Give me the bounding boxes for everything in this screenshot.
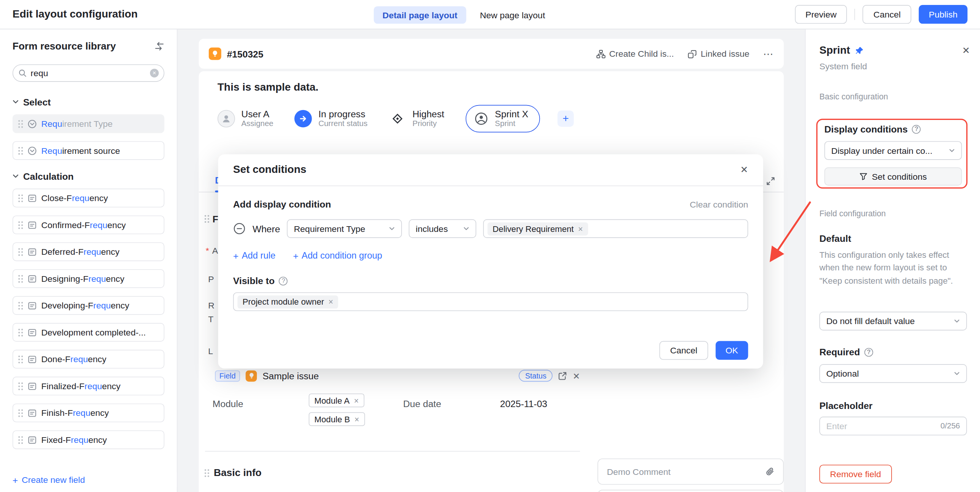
placeholder-input[interactable]	[826, 421, 937, 431]
module-tag[interactable]: Module A×	[309, 393, 364, 407]
comment-input[interactable]: Demo Comment	[597, 458, 784, 485]
calculation-field-icon	[27, 381, 37, 391]
basic-configuration-section-label: Basic configuration	[819, 92, 888, 101]
library-field-item[interactable]: Deferred-Frequency	[13, 242, 165, 261]
remove-tag-icon[interactable]: ×	[578, 225, 583, 233]
library-field-item[interactable]: Designing-Frequency	[13, 269, 165, 288]
visible-to-tag: Project module owner×	[237, 295, 338, 308]
pin-icon[interactable]	[855, 46, 864, 55]
expand-icon[interactable]	[766, 177, 775, 185]
clear-search-icon[interactable]: ×	[150, 69, 159, 77]
chevron-down-icon	[389, 225, 395, 232]
remove-field-button[interactable]: Remove field	[819, 465, 892, 483]
modal-cancel-button[interactable]: Cancel	[660, 341, 708, 360]
section-calculation[interactable]: Calculation	[0, 170, 177, 182]
sample-data-title: This is sample data.	[218, 81, 319, 94]
calculation-field-icon	[27, 247, 37, 257]
drag-handle-icon	[18, 194, 23, 202]
add-condition-group-link[interactable]: +Add condition group	[293, 251, 382, 260]
publish-button[interactable]: Publish	[919, 5, 967, 24]
condition-value-tag: Delivery Requirement×	[488, 222, 588, 235]
linked-issue-button[interactable]: Linked issue	[688, 49, 749, 59]
plus-icon: +	[233, 251, 239, 260]
library-field-item[interactable]: Requirement source	[13, 141, 165, 160]
form-label-fragment: L	[208, 346, 213, 356]
library-field-item[interactable]: Confirmed-Frequency	[13, 216, 165, 234]
create-new-field-link[interactable]: + Create new field	[0, 472, 177, 487]
remove-condition-icon[interactable]	[233, 222, 246, 235]
add-field-chip-button[interactable]: +	[557, 110, 574, 127]
assignee-chip[interactable]: User AAssignee	[218, 109, 274, 128]
library-field-item[interactable]: Done-Frequency	[13, 350, 165, 369]
chevron-down-icon	[13, 99, 19, 105]
field-config-panel: Sprint ✕ System field Basic configuratio…	[805, 29, 980, 492]
create-child-issue-button[interactable]: Create Child is...	[596, 49, 674, 59]
layout-tabs: Detail page layout New page layout	[374, 0, 554, 29]
library-field-item[interactable]: Finalized-Frequency	[13, 377, 165, 395]
condition-value-input[interactable]: Delivery Requirement×	[483, 219, 748, 238]
cancel-button[interactable]: Cancel	[863, 5, 911, 24]
condition-operator-select[interactable]: includes	[409, 219, 476, 238]
help-icon[interactable]: ?	[865, 348, 873, 356]
default-value-select[interactable]: Do not fill default value	[819, 312, 967, 331]
preview-button[interactable]: Preview	[795, 5, 847, 24]
modal-close-icon[interactable]: ✕	[740, 164, 748, 176]
drag-handle-icon	[18, 275, 23, 283]
module-tags: Module A× Module B×	[309, 393, 365, 426]
library-field-item[interactable]: Fixed-Frequency	[13, 430, 165, 449]
drag-handle-icon	[18, 355, 23, 363]
required-select[interactable]: Optional	[819, 364, 967, 383]
plus-icon: +	[293, 251, 298, 260]
library-field-item[interactable]: Developing-Frequency	[13, 296, 165, 315]
sprint-chip-selected[interactable]: Sprint XSprint	[466, 105, 540, 133]
chevron-down-icon	[949, 147, 955, 153]
collapse-library-icon[interactable]	[154, 41, 164, 51]
sample-issue-title[interactable]: Sample issue	[263, 371, 319, 381]
status-pill[interactable]: Status	[519, 370, 553, 382]
filter-funnel-icon	[859, 173, 867, 181]
attachment-paperclip-icon[interactable]	[765, 467, 774, 476]
form-resource-library-panel: Form resource library × Select Requireme…	[0, 29, 178, 492]
required-asterisk: *	[206, 246, 209, 256]
library-field-item[interactable]: Close-Frequency	[13, 188, 165, 207]
more-actions-icon[interactable]: ⋯	[763, 48, 774, 59]
set-conditions-button[interactable]: Set conditions	[825, 168, 962, 186]
priority-chip[interactable]: HighestPriority	[389, 109, 444, 128]
add-display-condition-label: Add display condition	[233, 199, 331, 209]
where-label: Where	[253, 223, 280, 234]
display-conditions-select[interactable]: Display under certain co...	[825, 141, 962, 160]
clear-condition-link[interactable]: Clear condition	[690, 199, 748, 209]
module-tag[interactable]: Module B×	[309, 412, 365, 426]
linked-issue-icon	[688, 49, 697, 59]
library-field-item[interactable]: Requirement Type	[13, 114, 165, 133]
modal-ok-button[interactable]: OK	[716, 341, 748, 360]
sample-issue-row: Field Sample issue Status ✕	[215, 370, 580, 382]
panel-close-icon[interactable]: ✕	[962, 45, 970, 56]
condition-field-select[interactable]: Requirement Type	[287, 219, 402, 238]
edit-layout-configuration-app: Edit layout configuration Detail page la…	[0, 0, 980, 492]
section-select[interactable]: Select	[0, 96, 177, 108]
section-divider	[205, 451, 580, 452]
help-icon[interactable]: ?	[912, 125, 921, 133]
remove-tag-icon[interactable]: ×	[354, 396, 359, 404]
tab-detail-page-layout[interactable]: Detail page layout	[374, 6, 466, 24]
current-status-chip[interactable]: In progressCurrent status	[295, 109, 367, 128]
status-arrow-icon	[295, 110, 312, 128]
issue-type-icon	[246, 370, 257, 382]
help-icon[interactable]: ?	[279, 276, 288, 285]
open-in-new-icon[interactable]	[558, 371, 567, 380]
remove-linked-issue-icon[interactable]: ✕	[573, 371, 580, 381]
library-search: ×	[13, 64, 165, 82]
field-tag: Field	[215, 370, 240, 382]
calculation-field-icon	[27, 274, 37, 283]
visible-to-input[interactable]: Project module owner×	[233, 292, 748, 311]
calculation-field-icon	[27, 327, 37, 337]
remove-tag-icon[interactable]: ×	[354, 415, 359, 423]
library-field-item[interactable]: Development completed-...	[13, 323, 165, 342]
add-rule-link[interactable]: +Add rule	[233, 251, 275, 260]
library-search-input[interactable]	[30, 68, 146, 78]
due-date-value[interactable]: 2025-11-03	[500, 399, 547, 409]
tab-new-page-layout[interactable]: New page layout	[471, 6, 554, 24]
remove-tag-icon[interactable]: ×	[328, 298, 333, 306]
library-field-item[interactable]: Finish-Frequency	[13, 404, 165, 422]
